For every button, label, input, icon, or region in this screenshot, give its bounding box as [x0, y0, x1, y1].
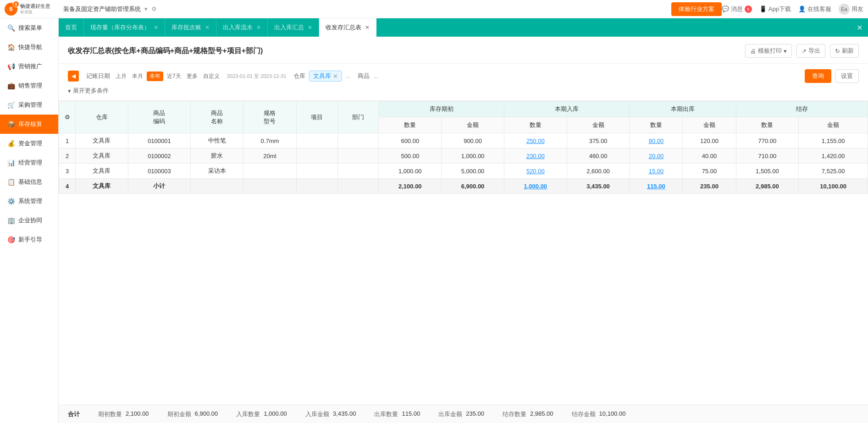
tab-home[interactable]: 首页 — [59, 18, 84, 37]
col-in-qty-header: 数量 — [504, 117, 567, 133]
sidebar-item-finance[interactable]: 💰 资金管理 — [0, 134, 58, 153]
app-download-action[interactable]: 📱 App下载 — [759, 5, 791, 13]
total-out-amt-value: 235.00 — [466, 410, 484, 418]
sidebar-item-search-menu[interactable]: 🔍 搜索菜单 — [0, 18, 58, 38]
subtotal-bal-amt: 10,100.00 — [799, 179, 868, 194]
row1-out-qty[interactable]: 80.00 — [630, 133, 683, 148]
col-settings-header[interactable]: ⚙ — [59, 101, 76, 133]
tab-close-stock-dist[interactable]: ✕ — [154, 24, 158, 31]
user-action[interactable]: Ea 用友 — [839, 4, 863, 15]
subtotal-out-qty[interactable]: 115.00 — [630, 179, 683, 194]
col-goods-spec-header: 规格型号 — [243, 101, 296, 133]
sidebar-item-newcomer[interactable]: 🎯 新手引导 — [0, 230, 58, 249]
subtotal-in-qty[interactable]: 1,000.00 — [504, 179, 567, 194]
tab-close-in-out-flow[interactable]: ✕ — [256, 24, 261, 31]
total-open-qty-label: 期初数量 — [98, 410, 122, 418]
total-in-qty-label: 入库数量 — [236, 410, 260, 418]
row2-seq: 2 — [59, 148, 76, 164]
sidebar-item-purchase[interactable]: 🛒 采购管理 — [0, 95, 58, 115]
warehouse-tag-close[interactable]: ✕ — [333, 73, 338, 80]
sidebar-label-newcomer: 新手引导 — [18, 236, 42, 244]
date-range-display: 2023-01-01 至 2023-12-31 — [227, 73, 287, 80]
trial-button[interactable]: 体验行业方案 — [671, 2, 722, 16]
logo-area: 6 6 畅捷通好生意 标准版 — [5, 3, 63, 16]
sidebar-item-operations[interactable]: 📊 经营管理 — [0, 153, 58, 172]
goods-filter-group: 商品 ... — [358, 72, 378, 80]
row2-open-qty: 500.00 — [379, 148, 442, 164]
date-filter-group: 记账日期 上月 本月 本年 近7天 更多 自定义 2023-01-01 至 20… — [86, 71, 286, 81]
export-icon: ↗ — [802, 48, 807, 55]
message-icon: 💬 — [722, 5, 729, 12]
query-button[interactable]: 查询 — [805, 69, 831, 83]
row1-out-amt: 120.00 — [683, 133, 736, 148]
newcomer-icon: 🎯 — [7, 236, 15, 243]
expand-icon: ▾ — [68, 88, 71, 94]
date-btn-custom[interactable]: 自定义 — [201, 71, 221, 81]
row3-open-amt: 5,000.00 — [442, 164, 504, 179]
date-btn-7days[interactable]: 近7天 — [165, 71, 183, 81]
total-in-amt-group: 入库金额 3,435.00 — [305, 410, 356, 418]
phone-icon: 📱 — [759, 5, 767, 12]
sidebar-item-inventory[interactable]: 📦 库存核算 — [0, 115, 58, 134]
sidebar-label-finance: 资金管理 — [18, 139, 42, 148]
date-btn-last-month[interactable]: 上月 — [114, 71, 128, 81]
tab-close-in-out-summary[interactable]: ✕ — [308, 24, 312, 31]
total-open-qty-value: 2,100.00 — [126, 410, 149, 418]
page-content: 收发存汇总表(按仓库+商品编码+商品+规格型号+项目+部门) 🖨 模板打印 ▾ … — [59, 37, 868, 405]
printer-icon: 🖨 — [750, 48, 756, 55]
row2-spec: 20ml — [243, 148, 296, 164]
filter-collapse-button[interactable]: ◀ — [68, 71, 79, 82]
tab-close-recv-send-summary[interactable]: ✕ — [365, 24, 370, 31]
goods-filter-more[interactable]: ... — [373, 73, 378, 79]
sidebar-item-sales[interactable]: 💼 销售管理 — [0, 76, 58, 95]
settings-button[interactable]: 设置 — [835, 69, 859, 83]
refresh-icon: ↻ — [835, 48, 840, 55]
online-service-action[interactable]: 👤 在线客服 — [798, 5, 831, 13]
row2-in-qty[interactable]: 230.00 — [504, 148, 567, 164]
warehouse-filter-more[interactable]: ... — [346, 73, 350, 79]
tab-in-out-summary[interactable]: 出入库汇总 ✕ — [268, 18, 319, 37]
row3-in-qty[interactable]: 520.00 — [504, 164, 567, 179]
tab-recv-send-summary[interactable]: 收发存汇总表 ✕ — [319, 18, 376, 37]
tab-in-out-flow[interactable]: 出入库流水 ✕ — [216, 18, 268, 37]
row3-out-qty[interactable]: 15.00 — [630, 164, 683, 179]
system-dropdown-icon[interactable]: ▾ — [144, 5, 148, 12]
row2-out-qty[interactable]: 20.00 — [630, 148, 683, 164]
subtotal-row: 4 文具库 小计 2,100.00 6,900.00 1,000.00 — [59, 179, 868, 194]
refresh-button[interactable]: ↻ 刷新 — [830, 44, 859, 58]
date-btn-this-month[interactable]: 本月 — [130, 71, 145, 81]
row3-bal-amt: 7,525.00 — [799, 164, 868, 179]
date-btn-this-year[interactable]: 本年 — [147, 71, 163, 81]
message-action[interactable]: 💬 消息 6 — [722, 5, 752, 13]
expand-more-conditions[interactable]: ▾ 展开更多条件 — [68, 87, 859, 95]
sidebar-item-system[interactable]: ⚙️ 系统管理 — [0, 192, 58, 211]
sidebar-label-quicknav: 快捷导航 — [18, 43, 42, 51]
tab-batch-ledger[interactable]: 库存批次账 ✕ — [165, 18, 216, 37]
row1-spec: 0.7mm — [243, 133, 296, 148]
date-filter-label: 记账日期 — [86, 72, 110, 80]
main-layout: 🔍 搜索菜单 🏠 快捷导航 📢 营销推广 💼 销售管理 🛒 采购管理 📦 库存核… — [0, 18, 868, 423]
row1-in-qty[interactable]: 250.00 — [504, 133, 567, 148]
sidebar-item-enterprise[interactable]: 🏢 企业协同 — [0, 211, 58, 230]
export-button[interactable]: ↗ 导出 — [796, 44, 825, 58]
total-label: 合计 — [68, 410, 80, 418]
sidebar-item-basic-info[interactable]: 📋 基础信息 — [0, 172, 58, 192]
tab-bar-close-icon[interactable]: ✕ — [851, 23, 868, 32]
row2-in-amt: 460.00 — [567, 148, 630, 164]
table-row: 2 文具库 0100002 胶水 20ml 500.00 1,000.00 23… — [59, 148, 868, 164]
system-name: 装备及固定资产辅助管理系统 — [63, 5, 141, 13]
tab-close-batch-ledger[interactable]: ✕ — [205, 24, 210, 31]
warehouse-filter-group: 仓库 文具库 ✕ ... — [293, 71, 350, 82]
row3-bal-qty: 1,505.00 — [736, 164, 799, 179]
tab-stock-dist[interactable]: 现存量（库存分布表） ✕ — [84, 18, 165, 37]
sidebar-item-marketing[interactable]: 📢 营销推广 — [0, 57, 58, 76]
print-button[interactable]: 🖨 模板打印 ▾ — [745, 44, 792, 58]
settings-icon[interactable]: ⚙ — [151, 5, 157, 12]
warehouse-tag[interactable]: 文具库 ✕ — [309, 71, 342, 82]
row1-project — [296, 133, 337, 148]
date-btn-more[interactable]: 更多 — [185, 71, 199, 81]
sidebar-item-quick-nav[interactable]: 🏠 快捷导航 — [0, 38, 58, 57]
total-bal-qty-label: 结存数量 — [503, 410, 526, 418]
row3-dept — [337, 164, 379, 179]
purchase-icon: 🛒 — [7, 101, 15, 109]
